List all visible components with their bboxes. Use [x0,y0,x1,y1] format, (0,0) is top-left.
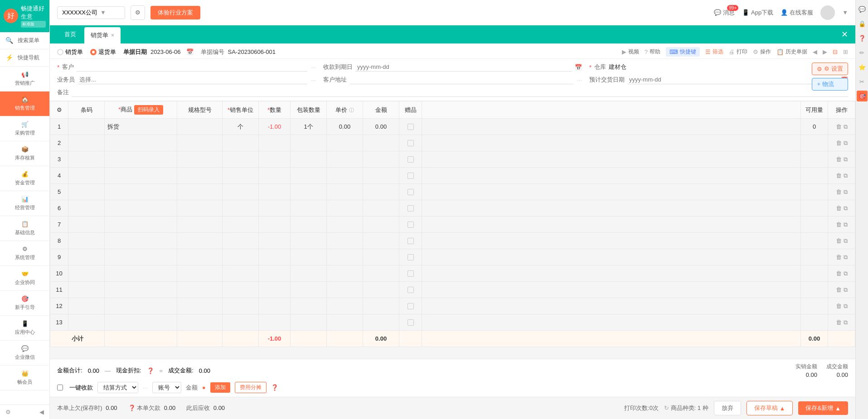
row-op-10[interactable]: 🗑 ⧉ [828,265,855,282]
gift-checkbox-13[interactable] [407,319,414,326]
copy-icon-11[interactable]: ⧉ [844,286,848,294]
row-qty-6[interactable] [259,200,291,217]
right-panel-scissors[interactable]: ✂ [857,76,868,87]
row-goods-9[interactable] [105,249,177,265]
row-qty-10[interactable] [259,265,291,282]
radio-sales-label[interactable]: 销货单 [57,48,83,56]
row-barcode-1[interactable] [68,119,105,135]
row-unit-13[interactable] [223,314,259,331]
messages-button[interactable]: 💬 消息 99+ [714,9,735,17]
abandon-button[interactable]: 放弃 [714,401,741,415]
row-unit-12[interactable] [223,298,259,314]
row-op-2[interactable]: 🗑 ⧉ [828,135,855,151]
gift-checkbox-5[interactable] [407,189,414,195]
question-icon[interactable]: ❓ [147,367,154,374]
addr-dots-btn[interactable]: ··· [577,77,582,83]
row-amount-1[interactable]: 0.00 [363,119,399,135]
info-icon[interactable]: ⓘ [349,107,354,113]
row-spec-12[interactable] [177,298,223,314]
prev-icon[interactable]: ◀ [813,48,817,55]
delete-icon-12[interactable]: 🗑 [836,303,842,309]
row-op-11[interactable]: 🗑 ⧉ [828,282,855,298]
sidebar-item-search[interactable]: 🔍 搜索菜单 [0,32,49,49]
sidebar-item-system[interactable]: ⚙ 系统管理 [0,241,49,266]
row-price-2[interactable] [327,135,363,151]
delete-icon-2[interactable]: 🗑 [836,140,842,146]
row-op-6[interactable]: 🗑 ⧉ [828,200,855,217]
expected-date-input[interactable] [627,75,838,84]
add-button[interactable]: 添加 [210,382,230,393]
row-pkg-qty-4[interactable] [291,168,327,184]
row-gift-8[interactable] [399,233,422,249]
row-price-3[interactable] [327,151,363,168]
gift-checkbox-12[interactable] [407,303,414,309]
gift-checkbox-1[interactable] [407,124,414,130]
right-panel-star[interactable]: ⭐ [857,62,868,72]
right-panel-edit[interactable]: ✏ [857,47,868,58]
online-service-button[interactable]: 👤 在线客服 [781,9,813,17]
th-settings[interactable]: ⚙ [50,101,68,119]
copy-icon-10[interactable]: ⧉ [844,270,848,277]
row-unit-2[interactable] [223,135,259,151]
sidebar-item-inventory[interactable]: 📦 库存核算 [0,141,49,166]
row-goods-1[interactable]: 拆货 [105,119,177,135]
row-gift-5[interactable] [399,184,422,200]
row-price-6[interactable] [327,200,363,217]
row-gift-12[interactable] [399,298,422,314]
row-spec-4[interactable] [177,168,223,184]
delete-icon-8[interactable]: 🗑 [836,237,842,244]
row-spec-13[interactable] [177,314,223,331]
account-select[interactable]: 账号 [152,382,181,393]
gift-checkbox-6[interactable] [407,205,414,212]
sidebar-item-enterprise[interactable]: 🤝 企业协同 [0,266,49,291]
right-panel-active[interactable]: 🎯 [857,91,868,101]
row-goods-6[interactable] [105,200,177,217]
row-spec-11[interactable] [177,282,223,298]
delete-icon-1[interactable]: 🗑 [836,123,842,130]
company-selector[interactable]: XXXXXX公司 ▼ [57,6,125,19]
right-panel-lock[interactable]: 🔒 [857,18,868,29]
delete-icon-11[interactable]: 🗑 [836,286,842,293]
row-goods-7[interactable] [105,217,177,233]
row-price-12[interactable] [327,298,363,314]
toolbar-shortcut[interactable]: ⌨ 快捷键 [666,47,700,57]
copy-icon-9[interactable]: ⧉ [844,254,848,261]
gift-checkbox-11[interactable] [407,287,414,293]
row-spec-2[interactable] [177,135,223,151]
row-spec-10[interactable] [177,265,223,282]
sidebar-item-sales[interactable]: 🏠 销售管理 [0,92,49,116]
calc-method-dots[interactable]: ··· [143,384,148,391]
delete-icon-9[interactable]: 🗑 [836,254,842,260]
radio-return-circle[interactable] [90,49,97,55]
row-barcode-2[interactable] [68,135,105,151]
row-gift-9[interactable] [399,249,422,265]
expense-button[interactable]: 费用分摊 [235,382,267,393]
row-amount-4[interactable] [363,168,399,184]
chevron-up-icon[interactable]: ▲ [780,405,786,412]
delete-icon-10[interactable]: 🗑 [836,270,842,277]
row-goods-11[interactable] [105,282,177,298]
sidebar-item-wechat[interactable]: 💬 企业微信 [0,341,49,366]
notes-input[interactable] [72,88,848,97]
row-gift-6[interactable] [399,200,422,217]
row-unit-5[interactable] [223,184,259,200]
row-goods-4[interactable] [105,168,177,184]
row-unit-6[interactable] [223,200,259,217]
row-spec-9[interactable] [177,249,223,265]
tab-home[interactable]: 首页 [57,25,83,43]
row-amount-2[interactable] [363,135,399,151]
toolbar-video[interactable]: ▶ 视频 [622,48,639,56]
calendar-icon[interactable]: 📅 [186,48,194,55]
row-qty-2[interactable] [259,135,291,151]
copy-icon-5[interactable]: ⧉ [844,188,848,196]
sidebar-item-newbie[interactable]: 🎯 新手引导 [0,291,49,316]
app-download-button[interactable]: 📱 App下载 [742,9,773,17]
row-qty-7[interactable] [259,217,291,233]
toolbar-filter[interactable]: ☰ 筛选 [705,48,723,56]
row-unit-9[interactable] [223,249,259,265]
save-new-button[interactable]: 保存&新增 ▲ [798,401,848,415]
row-price-5[interactable] [327,184,363,200]
copy-icon-3[interactable]: ⧉ [844,156,848,163]
row-barcode-5[interactable] [68,184,105,200]
row-unit-11[interactable] [223,282,259,298]
